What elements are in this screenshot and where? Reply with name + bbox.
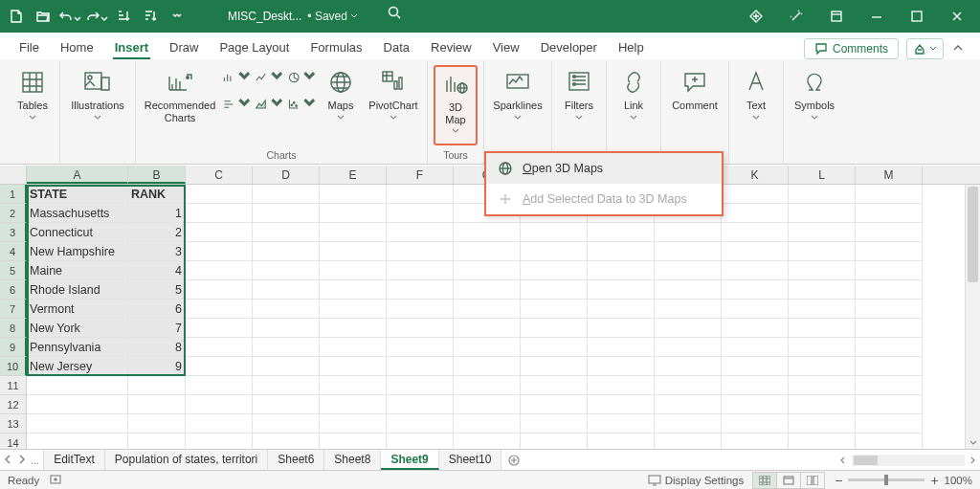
cell[interactable]: [253, 338, 320, 357]
cell[interactable]: [320, 414, 387, 433]
cell[interactable]: [253, 414, 320, 433]
cell[interactable]: [856, 242, 923, 261]
minimize-icon[interactable]: [858, 2, 896, 31]
cell[interactable]: 8: [128, 338, 186, 357]
zoom-value[interactable]: 100%: [945, 475, 972, 486]
cell[interactable]: [454, 223, 521, 242]
tab-draw[interactable]: Draw: [160, 35, 208, 59]
col-header-D[interactable]: D: [253, 166, 320, 184]
cell[interactable]: [521, 223, 588, 242]
cell[interactable]: 9: [128, 357, 186, 376]
comment-button[interactable]: Comment: [667, 65, 723, 145]
cell[interactable]: [186, 204, 253, 223]
cell[interactable]: 3: [128, 242, 186, 261]
add-sheet-button[interactable]: [501, 450, 526, 470]
cell[interactable]: [722, 204, 789, 223]
cell[interactable]: [588, 261, 655, 280]
row-header[interactable]: 7: [0, 300, 27, 319]
undo-icon[interactable]: [57, 4, 82, 29]
tab-view[interactable]: View: [483, 35, 529, 59]
cell[interactable]: [454, 357, 521, 376]
hscroll-thumb[interactable]: [854, 456, 878, 465]
cell[interactable]: 4: [128, 261, 186, 280]
cell[interactable]: [521, 300, 588, 319]
macro-record-icon[interactable]: [49, 473, 62, 488]
cell[interactable]: [655, 261, 722, 280]
cell[interactable]: [387, 338, 454, 357]
text-button[interactable]: Text: [735, 65, 777, 145]
cell[interactable]: [722, 319, 789, 338]
hscroll-right-icon[interactable]: [967, 456, 980, 464]
cell[interactable]: [789, 185, 856, 204]
3d-map-button[interactable]: 3D Map: [434, 65, 478, 145]
grid-rows[interactable]: 1STATERANK2Massachusetts13Connecticut24N…: [0, 185, 980, 451]
cell[interactable]: [856, 300, 923, 319]
cell[interactable]: [789, 204, 856, 223]
cell[interactable]: [186, 376, 253, 395]
cell[interactable]: [655, 280, 722, 300]
link-button[interactable]: Link: [612, 65, 655, 145]
sheet-tab-population[interactable]: Population of states, territori: [105, 450, 268, 470]
cell[interactable]: [454, 338, 521, 357]
cell[interactable]: [856, 261, 923, 280]
cell[interactable]: [722, 280, 789, 300]
cell[interactable]: [387, 185, 454, 204]
display-settings[interactable]: Display Settings: [648, 474, 744, 487]
cell[interactable]: [27, 414, 128, 433]
tab-file[interactable]: File: [10, 35, 49, 59]
row-header[interactable]: 13: [0, 414, 27, 433]
cell[interactable]: [387, 204, 454, 223]
page-layout-view-icon[interactable]: [776, 472, 801, 489]
cell[interactable]: Pennsylvania: [27, 338, 128, 357]
cell[interactable]: [454, 300, 521, 319]
cell[interactable]: [521, 261, 588, 280]
bar-chart-icon[interactable]: [222, 92, 251, 117]
row-header[interactable]: 2: [0, 204, 27, 223]
row-header[interactable]: 8: [0, 319, 27, 338]
cell[interactable]: [186, 261, 253, 280]
cell[interactable]: [588, 376, 655, 395]
cell[interactable]: [789, 300, 856, 319]
cell[interactable]: [722, 185, 789, 204]
sheet-tab-sheet6[interactable]: Sheet6: [268, 450, 324, 470]
cell[interactable]: [320, 395, 387, 414]
cell[interactable]: [856, 223, 923, 242]
cell[interactable]: [856, 204, 923, 223]
cell[interactable]: [722, 414, 789, 433]
col-header-F[interactable]: F: [387, 166, 454, 184]
cell[interactable]: [186, 242, 253, 261]
zoom-out-icon[interactable]: −: [835, 473, 842, 488]
open-icon[interactable]: [31, 4, 56, 29]
cell[interactable]: [722, 357, 789, 376]
sort-desc-icon[interactable]: [138, 4, 163, 29]
zoom-in-icon[interactable]: +: [930, 473, 938, 488]
tab-page-layout[interactable]: Page Layout: [210, 35, 299, 59]
cell[interactable]: [856, 376, 923, 395]
cell[interactable]: Massachusetts: [27, 204, 128, 223]
cell[interactable]: [320, 319, 387, 338]
hscroll-left-icon[interactable]: [836, 456, 850, 464]
sort-asc-icon[interactable]: [111, 4, 136, 29]
saved-indicator[interactable]: • Saved: [307, 10, 358, 23]
cell[interactable]: RANK: [128, 185, 186, 204]
cell[interactable]: [27, 395, 128, 414]
line-chart-icon[interactable]: [255, 65, 283, 90]
cell[interactable]: [789, 223, 856, 242]
col-header-A[interactable]: A: [27, 166, 128, 184]
zoom-slider[interactable]: [848, 478, 924, 481]
tab-home[interactable]: Home: [51, 35, 103, 59]
pivotchart-button[interactable]: PivotChart: [366, 65, 421, 145]
cell[interactable]: [387, 414, 454, 433]
cell[interactable]: [588, 395, 655, 414]
cell[interactable]: [588, 242, 655, 261]
close-icon[interactable]: [938, 2, 976, 31]
comments-button[interactable]: Comments: [804, 38, 899, 59]
cell[interactable]: [128, 414, 186, 433]
cell[interactable]: [253, 242, 320, 261]
cell[interactable]: [789, 319, 856, 338]
cell[interactable]: [186, 300, 253, 319]
cell[interactable]: New Jersey: [27, 357, 128, 376]
pie-chart-icon[interactable]: [287, 65, 316, 90]
cell[interactable]: [856, 319, 923, 338]
cell[interactable]: [387, 223, 454, 242]
